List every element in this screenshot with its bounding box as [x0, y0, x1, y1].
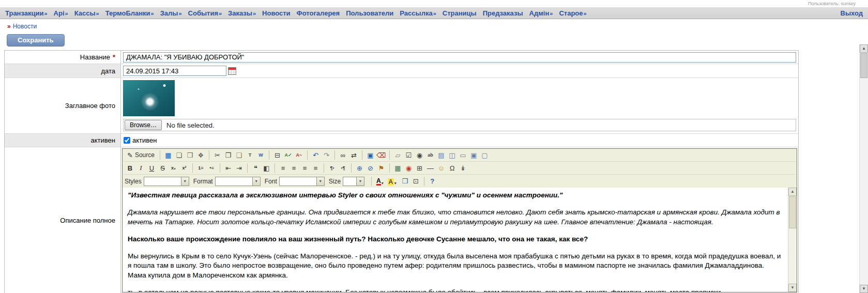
textarea-field-icon[interactable]: ▤ [436, 150, 447, 160]
paste-text-icon[interactable]: T [245, 150, 255, 160]
bold-icon[interactable]: B [125, 163, 135, 173]
nav-item-events[interactable]: События» [188, 9, 222, 17]
outdent-icon[interactable]: ⇤ [223, 163, 234, 173]
find-icon[interactable]: ∞ [338, 150, 348, 160]
select-all-icon[interactable]: ▣ [365, 150, 376, 160]
about-icon[interactable]: ? [427, 176, 438, 186]
text-color-button[interactable]: A▾ [375, 176, 385, 186]
breadcrumb: »Новости [0, 19, 868, 32]
redo-icon[interactable]: ↷ [321, 150, 332, 160]
link-icon[interactable]: ⊕ [354, 163, 365, 173]
button-field-icon[interactable]: ▭ [458, 150, 468, 160]
scroll-down-icon[interactable]: ▼ [860, 285, 868, 293]
nav-item-thermoforms[interactable]: ТермоБланки» [105, 9, 154, 17]
spellcheck-icon[interactable]: A✓ [283, 150, 294, 160]
editor-scrollbar[interactable]: ▲ ▼ [788, 188, 797, 292]
preview-icon[interactable]: ❒ [185, 150, 195, 160]
hidden-field-icon[interactable]: ▢ [479, 150, 490, 160]
nav-item-mailing[interactable]: Рассылка» [400, 9, 436, 17]
paste-icon[interactable]: ❑ [234, 150, 245, 160]
browse-button[interactable]: Browse… [125, 120, 162, 130]
active-checkbox[interactable] [124, 137, 130, 144]
bg-color-button[interactable]: A▾ [387, 176, 398, 186]
font-select[interactable]: ▼ [279, 177, 325, 186]
nav-item-news[interactable]: Новости [262, 9, 291, 17]
scroll-down-icon[interactable]: ▼ [788, 284, 797, 292]
format-select[interactable]: ▼ [215, 177, 261, 186]
nav-item-transactions[interactable]: Транзакции» [5, 9, 48, 17]
nav-item-users[interactable]: Пользователи [346, 9, 393, 17]
scroll-up-icon[interactable]: ▲ [788, 188, 797, 196]
text-field-icon[interactable]: ab [425, 150, 436, 160]
align-right-icon[interactable]: ≡ [299, 163, 310, 173]
nav-item-admin[interactable]: Адмін» [529, 9, 553, 17]
image-icon[interactable]: ▦ [392, 163, 403, 173]
copy-icon[interactable]: ❐ [223, 150, 234, 160]
indent-icon[interactable]: ⇥ [234, 163, 245, 173]
blockquote-icon[interactable]: ❝ [250, 163, 261, 173]
calendar-icon[interactable] [228, 67, 236, 75]
nav-item-cashdesks[interactable]: Кассы» [74, 9, 99, 17]
save-icon[interactable]: ▦ [163, 150, 174, 160]
size-select[interactable]: ▼ [343, 177, 364, 186]
nav-item-pages[interactable]: Страницы [443, 9, 477, 17]
align-justify-icon[interactable]: ≡ [310, 163, 321, 173]
styles-select[interactable]: ▼ [144, 177, 189, 186]
special-char-icon[interactable]: Ω [447, 163, 458, 173]
form-icon[interactable]: ▱ [392, 150, 403, 160]
logout-link[interactable]: Выход [841, 9, 863, 17]
nav-item-old[interactable]: Старое» [559, 9, 586, 17]
table-icon[interactable]: ⊞ [414, 163, 425, 173]
dropdown-arrow-icon: » [44, 10, 47, 17]
checkbox-field-icon[interactable]: ☑ [403, 150, 414, 160]
div-container-icon[interactable]: ◧ [261, 163, 272, 173]
anchor-icon[interactable]: ⚑ [376, 163, 387, 173]
select-field-icon[interactable]: ◫ [447, 150, 458, 160]
image-button-icon[interactable]: ▣ [468, 150, 479, 160]
breadcrumb-link-news[interactable]: Новости [13, 23, 37, 30]
paste-word-icon[interactable]: W [255, 150, 266, 160]
smiley-icon[interactable]: ☺ [436, 163, 447, 173]
templates-icon[interactable]: ❖ [195, 150, 206, 160]
superscript-icon[interactable]: x² [179, 163, 190, 173]
page-scrollbar[interactable]: ▲ ▼ [859, 44, 868, 293]
maximize-icon[interactable]: ❒ [400, 176, 410, 186]
unlink-icon[interactable]: ⊘ [365, 163, 376, 173]
editor-content-area[interactable]: "Известная певица рассказала в эксклюзив… [123, 188, 797, 292]
font-label: Font [265, 178, 277, 185]
date-input[interactable] [123, 66, 226, 76]
nav-item-halls[interactable]: Залы» [160, 9, 182, 17]
page-break-icon[interactable]: ↡ [458, 163, 468, 173]
italic-icon[interactable]: I [135, 163, 146, 173]
nav-item-orders[interactable]: Заказы» [228, 9, 256, 17]
horizontal-rule-icon[interactable]: ― [425, 163, 436, 173]
align-left-icon[interactable]: ≡ [278, 163, 288, 173]
source-button[interactable]: ✎Source [125, 150, 157, 160]
replace-icon[interactable]: ⇄ [348, 150, 359, 160]
flash-icon[interactable]: ◉ [403, 163, 414, 173]
page-scrollbar-thumb[interactable] [860, 53, 867, 78]
remove-format-icon[interactable]: ⌫ [376, 150, 387, 160]
scroll-up-icon[interactable]: ▲ [860, 44, 868, 53]
show-blocks-icon[interactable]: ⊡ [410, 176, 421, 186]
bulleted-list-icon[interactable]: •≡ [206, 163, 217, 173]
new-page-icon[interactable]: ❏ [174, 150, 185, 160]
undo-icon[interactable]: ↶ [310, 150, 321, 160]
title-input[interactable] [123, 52, 796, 63]
editor-scrollbar-thumb[interactable] [789, 196, 796, 228]
numbered-list-icon[interactable]: 1≡ [195, 163, 206, 173]
subscript-icon[interactable]: x₂ [168, 163, 179, 173]
strikethrough-icon[interactable]: S [157, 163, 168, 173]
nav-item-photogallery[interactable]: Фотогалерея [297, 9, 340, 17]
bidi-ltr-icon[interactable]: ¶› [327, 163, 338, 173]
scayt-icon[interactable]: A~ [294, 150, 304, 160]
underline-icon[interactable]: U [146, 163, 157, 173]
align-center-icon[interactable]: ≡ [288, 163, 299, 173]
print-icon[interactable]: ⊟ [272, 150, 283, 160]
bidi-rtl-icon[interactable]: ‹¶ [338, 163, 348, 173]
radio-field-icon[interactable]: ◉ [414, 150, 425, 160]
nav-item-api[interactable]: Api» [54, 9, 68, 17]
cut-icon[interactable]: ✂ [212, 150, 223, 160]
nav-item-preorders[interactable]: Предзаказы [483, 9, 523, 17]
save-button[interactable]: Сохранить [7, 34, 65, 47]
